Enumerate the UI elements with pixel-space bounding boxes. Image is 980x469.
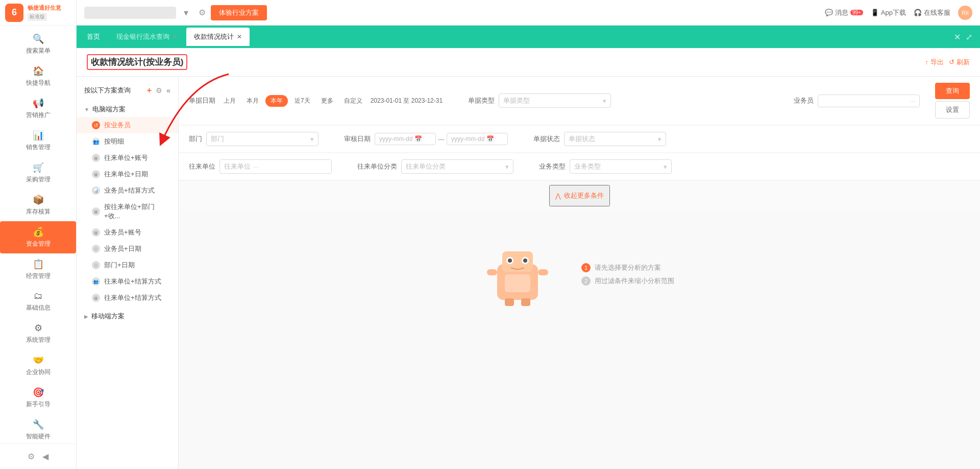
breadcrumb-expand-icon[interactable]: ▾ (184, 7, 188, 18)
desktop-scheme-header[interactable]: ▼ 电脑端方案 (77, 102, 178, 117)
download-icon: 📱 (871, 9, 879, 16)
scheme-icon-staff: ↺ (92, 121, 100, 129)
sidebar-nav: 🔍 搜索菜单 🏠 快捷导航 📢 营销推广 📊 销售管理 🛒 采购管理 📦 库存核… (0, 26, 76, 443)
sidebar-item-hardware[interactable]: 🔧 智能硬件 (0, 414, 76, 443)
guide-icon: 🎯 (33, 387, 44, 398)
scheme-icon-unit-settlement1: 👥 (92, 277, 100, 286)
review-date-start-input[interactable]: yyyy-mm-dd 📅 (375, 133, 436, 145)
date-tab-custom[interactable]: 自定义 (340, 95, 366, 107)
scheme-dept-date[interactable]: ⊙ 部门+日期 (77, 257, 178, 273)
scheme-staff-date[interactable]: ⊙ 业务员+日期 (77, 241, 178, 257)
close-window-button[interactable]: ✕ (954, 32, 961, 42)
review-date-end-input[interactable]: yyyy-mm-dd 📅 (447, 133, 508, 145)
review-date-filter-field: 审核日期 yyyy-mm-dd 📅 — yyyy-mm-dd 📅 (344, 133, 508, 145)
scheme-panel: 按以下方案查询 + ⚙ « ▼ 电脑端方案 ↺ (77, 77, 179, 469)
system-icon: ⚙ (34, 322, 42, 334)
doc-type-select[interactable]: 单据类型 ▾ (499, 93, 611, 108)
scheme-icon-detail: 👥 (92, 137, 100, 146)
avatar[interactable]: Rit (958, 6, 972, 20)
scheme-by-detail[interactable]: 👥 按明细 (77, 133, 178, 150)
date-tab-this-year[interactable]: 本年 (265, 95, 288, 107)
svg-rect-8 (505, 274, 530, 292)
empty-tips: 1 请先选择要分析的方案 2 用过滤条件来缩小分析范围 (581, 263, 674, 286)
collapse-section: ⋀ 收起更多条件 (179, 180, 980, 210)
tab-bar: 首页 现金银行流水查询 ✕ 收款情况统计 ✕ ✕ ⤢ (77, 26, 980, 48)
tip-num-1: 1 (581, 263, 591, 272)
sidebar-settings-button[interactable]: ⚙ (25, 449, 37, 464)
scheme-unit-settlement2[interactable]: ▦ 往来单位+结算方式 (77, 290, 178, 306)
date-tab-last7[interactable]: 近7天 (290, 95, 314, 107)
message-icon: 💬 (825, 9, 833, 16)
svg-point-5 (523, 259, 527, 263)
scheme-unit-date[interactable]: ▦ 往来单位+日期 (77, 166, 178, 182)
export-button[interactable]: ↑ 导出 (925, 58, 944, 67)
sidebar-item-search[interactable]: 🔍 搜索菜单 (0, 28, 76, 60)
group-expand-arrow: ▼ (84, 107, 89, 112)
sidebar-collapse-button[interactable]: ◀ (40, 449, 51, 464)
expand-window-button[interactable]: ⤢ (966, 32, 972, 42)
mobile-scheme-header[interactable]: ▶ 移动端方案 (77, 309, 178, 324)
sidebar-item-finance[interactable]: 💰 资金管理 (0, 221, 76, 253)
sidebar-item-inventory[interactable]: 📦 库存核算 (0, 189, 76, 221)
add-scheme-button[interactable]: + (147, 86, 152, 95)
sidebar-item-basic[interactable]: 🗂 基础信息 (0, 286, 76, 317)
collapse-button[interactable]: ⋀ 收起更多条件 (549, 185, 610, 206)
sidebar-item-purchase[interactable]: 🛒 采购管理 (0, 157, 76, 189)
header-settings-icon[interactable]: ⚙ (199, 8, 206, 17)
filter-content-area: 单据日期 上月 本月 本年 近7天 更多 自定义 2023-01-01 至 20… (179, 77, 980, 469)
partner-more-dots[interactable]: ··· (253, 163, 259, 171)
sidebar-item-quicknav[interactable]: 🏠 快捷导航 (0, 60, 76, 92)
scheme-icon-staff-account: ▦ (92, 228, 100, 237)
header-actions: 💬 消息 99+ 📱 App下载 🎧 在线客服 Rit (825, 6, 972, 20)
home-icon: 🏠 (33, 65, 44, 77)
scheme-staff-settlement[interactable]: 📊 业务员+结算方式 (77, 182, 178, 199)
refresh-icon: ↺ (949, 58, 954, 66)
trial-button[interactable]: 体验行业方案 (211, 5, 267, 20)
scheme-unit-account[interactable]: ▦ 往来单位+账号 (77, 150, 178, 166)
scheme-unit-settlement1[interactable]: 👥 往来单位+结算方式 (77, 273, 178, 290)
tab-close-bank[interactable]: ✕ (173, 33, 178, 40)
message-button[interactable]: 💬 消息 99+ (825, 8, 863, 17)
calendar-icon-end: 📅 (486, 135, 494, 143)
sidebar-item-system[interactable]: ⚙ 系统管理 (0, 317, 76, 349)
date-tab-this-month[interactable]: 本月 (242, 95, 263, 107)
sidebar-item-marketing[interactable]: 📢 营销推广 (0, 92, 76, 125)
scheme-settings-icon[interactable]: ⚙ (156, 86, 162, 95)
app-download-button[interactable]: 📱 App下载 (871, 8, 906, 17)
dept-select[interactable]: 部门 ▾ (206, 132, 318, 146)
collapse-panel-icon[interactable]: « (166, 86, 170, 95)
export-icon: ↑ (925, 58, 929, 66)
inventory-icon: 📦 (33, 194, 44, 205)
online-service-button[interactable]: 🎧 在线客服 (914, 8, 950, 17)
partner-select[interactable]: 往来单位 ··· (219, 159, 332, 174)
sidebar-item-enterprise[interactable]: 🤝 企业协同 (0, 349, 76, 382)
scheme-unit-dept[interactable]: ▦ 按往来单位+部门+收... (77, 199, 178, 224)
doc-status-arrow: ▾ (658, 135, 662, 143)
scheme-staff-account[interactable]: ▦ 业务员+账号 (77, 224, 178, 241)
sidebar-item-operations[interactable]: 📋 经营管理 (0, 253, 76, 286)
main-layout: 按以下方案查询 + ⚙ « ▼ 电脑端方案 ↺ (77, 77, 980, 469)
date-filter-field: 单据日期 上月 本月 本年 近7天 更多 自定义 2023-01-01 至 20… (189, 95, 443, 107)
dept-filter-field: 部门 部门 ▾ (189, 132, 318, 146)
partner-type-select[interactable]: 往来单位分类 ▾ (401, 159, 513, 174)
main-area: ▾ ⚙ 体验行业方案 💬 消息 99+ 📱 App下载 🎧 在线客服 Rit (77, 0, 980, 469)
scheme-icon-dept-date: ⊙ (92, 261, 100, 269)
scheme-by-staff[interactable]: ↺ 按业务员 (77, 117, 178, 133)
biz-type-select[interactable]: 业务类型 ▾ (570, 159, 672, 174)
query-button[interactable]: 查询 (935, 83, 970, 99)
scheme-icon-unit-settlement2: ▦ (92, 294, 100, 302)
tab-collection[interactable]: 收款情况统计 ✕ (186, 28, 250, 46)
tab-home[interactable]: 首页 (79, 28, 108, 46)
sales-icon: 📊 (33, 130, 44, 141)
staff-select[interactable]: ··· (818, 95, 920, 107)
doc-status-select[interactable]: 单据状态 ▾ (564, 132, 666, 146)
settings-button[interactable]: 设置 (935, 101, 970, 119)
scheme-panel-header: 按以下方案查询 + ⚙ « (77, 82, 178, 99)
sidebar-item-guide[interactable]: 🎯 新手引导 (0, 382, 76, 414)
tab-close-collection[interactable]: ✕ (237, 33, 242, 40)
date-tab-more[interactable]: 更多 (317, 95, 337, 107)
date-tab-last-month[interactable]: 上月 (219, 95, 240, 107)
tab-bank[interactable]: 现金银行流水查询 ✕ (109, 28, 185, 46)
refresh-button[interactable]: ↺ 刷新 (949, 58, 970, 67)
sidebar-item-sales[interactable]: 📊 销售管理 (0, 125, 76, 157)
